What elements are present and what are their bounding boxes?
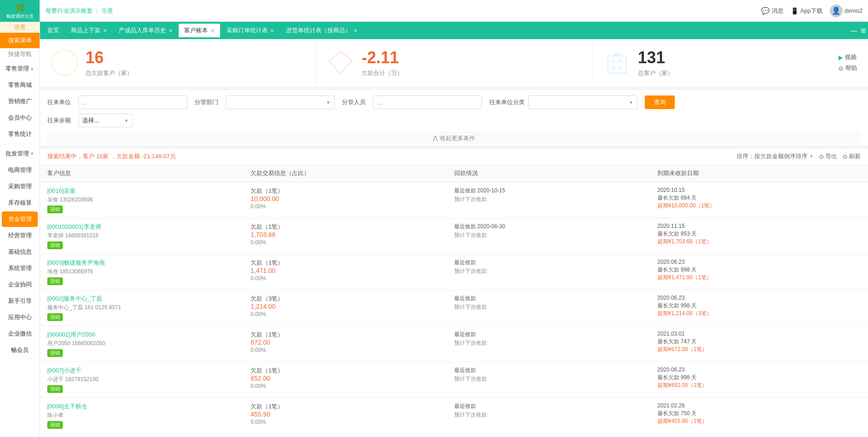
refresh-button[interactable]: ⊙ 刷新 xyxy=(843,152,861,161)
customer-sub-0: 吴俊 13026203696 xyxy=(47,196,251,204)
customer-name-link-2[interactable]: [0003]畅捷服务尹海燕 xyxy=(47,259,251,267)
percent-6: 0.00% xyxy=(251,419,454,425)
sidebar-item-finance[interactable]: 资金管理 xyxy=(2,211,38,227)
sidebar-item-purchase[interactable]: 采购管理 xyxy=(2,179,38,194)
amount-6[interactable]: 455.90 xyxy=(251,411,454,418)
results-bar: 搜索结果中，客户 16家 ，欠款金额 -21,148.07元 排序：按欠款金额倒… xyxy=(40,149,868,165)
tab-production[interactable]: 产成品入库单历史 × xyxy=(113,24,178,37)
next-payment-1: 预计下次收款 xyxy=(454,231,657,239)
sidebar-item-apps[interactable]: 应用中心 xyxy=(2,310,38,325)
help-icon: ⊙ xyxy=(838,65,843,72)
amount-2[interactable]: 1,471.00 xyxy=(251,267,454,274)
building-icon xyxy=(603,49,631,76)
header-recovery: 回款情况 xyxy=(454,169,657,177)
yuan-icon: ¥ xyxy=(51,49,78,76)
recovery-2: 最近收款 预计下次收款 xyxy=(454,259,657,275)
customer-name-link-0[interactable]: [0016]吴俊 xyxy=(47,187,251,195)
last-payment-2: 最近收款 xyxy=(454,259,657,266)
tab-customer[interactable]: 客户账本 × xyxy=(179,24,220,37)
export-button[interactable]: ⊙ 导出 xyxy=(819,152,837,161)
overdue-link-5[interactable]: 超期¥652.00（1笔） xyxy=(657,382,861,389)
sidebar-item-ecommerce[interactable]: 电商管理 xyxy=(2,162,38,178)
sidebar-item-enterprise[interactable]: 企业协同 xyxy=(2,277,38,292)
due-date-val-4: 2021.03.01 xyxy=(657,331,861,337)
sidebar-item-retail-mgmt[interactable]: 零售管理▲ xyxy=(2,61,38,76)
app-logo-text: 🌿 畅捷通好生意 xyxy=(6,3,34,19)
due-date-val-1: 2020.11.15 xyxy=(657,223,861,229)
tab-purchase[interactable]: 采购订单统计表 × xyxy=(221,24,280,37)
sidebar-item-inventory[interactable]: 库存核算 xyxy=(2,195,38,211)
tab-close-stock[interactable]: × xyxy=(354,27,357,34)
stat-card-total-customers: 131 总客户（家） ▶ 视频 ⊙ 帮助 xyxy=(592,39,868,86)
dept-input[interactable]: ▼ xyxy=(226,95,335,109)
unit-category-input[interactable]: ▼ xyxy=(528,95,637,109)
overdue-link-4[interactable]: 超期¥672.00（1笔） xyxy=(657,346,861,353)
balance-select[interactable]: 选择... ▼ xyxy=(78,114,133,127)
tab-close-production[interactable]: × xyxy=(169,27,172,34)
next-payment-6: 预计下次收款 xyxy=(454,411,657,419)
table-container: 客户信息 欠款交易信息（占比） 回款情况 到期未收款日期 [0016]吴俊 吴俊… xyxy=(40,165,868,437)
message-button[interactable]: 💬 消息 xyxy=(761,7,783,15)
search-button[interactable]: 查询 xyxy=(645,95,675,109)
amount-0[interactable]: 10,000.00 xyxy=(251,195,454,202)
from-unit-input[interactable]: ... xyxy=(78,95,187,109)
collapse-filter-button[interactable]: ⋀ 收起更多条件 xyxy=(47,132,861,144)
recovery-3: 最近收款 预计下次收款 xyxy=(454,295,657,311)
tab-home[interactable]: 首页 xyxy=(42,24,65,37)
sidebar-item-retail-stats[interactable]: 零售统计 xyxy=(2,126,38,142)
sort-selector[interactable]: 排序：按欠款金额倒序排序 ▼ xyxy=(737,152,813,161)
recovery-6: 最近收款 预计下次收款 xyxy=(454,402,657,419)
sidebar-item-basic-info[interactable]: 基础信息 xyxy=(2,244,38,260)
table-row: [0001020001]李老师 李老师 18600391516 现销 欠款（1笔… xyxy=(40,218,868,254)
sidebar-item-wechat[interactable]: 企业微信 xyxy=(2,326,38,342)
quick-nav-button[interactable]: 快捷导航 xyxy=(0,48,40,60)
sidebar-item-members[interactable]: 会员中心 xyxy=(2,110,38,126)
debt-info-4: 欠款（1笔） 672.00 0.00% xyxy=(251,331,454,353)
search-menu-button[interactable]: 搜索菜单 xyxy=(0,33,40,48)
help-button[interactable]: ⊙ 帮助 xyxy=(838,64,857,72)
customer-tag-1: 现销 xyxy=(47,241,63,249)
tab-maximize-icon[interactable]: ⊞ xyxy=(861,27,866,34)
overdue-link-3[interactable]: 超期¥1,214.00（3笔） xyxy=(657,310,861,317)
sidebar-item-system[interactable]: 系统管理 xyxy=(2,261,38,276)
tab-close-products[interactable]: × xyxy=(103,27,107,34)
customer-name-link-6[interactable]: [0006]去下粮仓 xyxy=(47,402,251,411)
customer-tag-0: 现销 xyxy=(47,206,63,213)
amount-5[interactable]: 652.00 xyxy=(251,375,454,382)
filter-row-2: 往来余额 选择... ▼ xyxy=(47,114,861,127)
tab-close-customer[interactable]: × xyxy=(211,27,214,34)
overdue-link-0[interactable]: 超期¥10,000.00（1笔） xyxy=(657,202,861,210)
sidebar-item-retail-mall[interactable]: 零售商城 xyxy=(2,77,38,93)
overdue-link-6[interactable]: 超期¥455.90（1笔） xyxy=(657,417,861,425)
amount-1[interactable]: 1,703.68 xyxy=(251,231,454,238)
sidebar-item-guide[interactable]: 新手引导 xyxy=(2,293,38,309)
table-row: [0016]吴俊 吴俊 13026203696 现销 欠款（1笔） 10,000… xyxy=(40,182,868,218)
header-customer: 客户信息 xyxy=(47,169,251,177)
debt-amount-result: -21,148.07元 xyxy=(141,153,176,160)
sidebar-item-operations[interactable]: 经营管理 xyxy=(2,228,38,243)
sidebar-item-batch-mgmt[interactable]: 批发管理▼ xyxy=(2,146,38,161)
due-date-val-6: 2021.02.26 xyxy=(657,402,861,409)
amount-3[interactable]: 1,214.00 xyxy=(251,303,454,310)
app-download-button[interactable]: 📱 App下载 xyxy=(791,7,823,15)
video-button[interactable]: ▶ 视频 xyxy=(838,53,857,61)
debt-count-0: 欠款（1笔） xyxy=(251,187,454,195)
overdue-link-1[interactable]: 超期¥1,703.68（1笔） xyxy=(657,238,861,246)
user-menu[interactable]: 👤 demo2 xyxy=(830,5,863,17)
debt-info-2: 欠款（1笔） 1,471.00 0.00% xyxy=(251,259,454,281)
customer-name-link-3[interactable]: [0002]服务中心_丁磊 xyxy=(47,295,251,303)
customer-name-link-5[interactable]: [0007]小进千 xyxy=(47,367,251,375)
manager-input[interactable]: ... xyxy=(373,95,482,109)
sidebar-item-vip[interactable]: 畅会员 xyxy=(2,342,38,358)
customer-sub-1: 李老师 18600391516 xyxy=(47,232,251,240)
overdue-link-2[interactable]: 超期¥1,471.00（1笔） xyxy=(657,274,861,281)
tab-minimize-icon[interactable]: — xyxy=(851,27,857,34)
tab-stock[interactable]: 进货单统计表（按商品） × xyxy=(281,24,363,37)
amount-4[interactable]: 672.00 xyxy=(251,339,454,346)
customer-name-link-1[interactable]: [0001020001]李老师 xyxy=(47,223,251,231)
customer-name-link-4[interactable]: [000002]用户2050 xyxy=(47,331,251,339)
sidebar-item-marketing[interactable]: 营销推广 xyxy=(2,94,38,109)
tab-products[interactable]: 商品上下架 × xyxy=(65,24,112,37)
tab-close-purchase[interactable]: × xyxy=(271,27,274,34)
demo-link[interactable]: 示意 xyxy=(101,7,113,15)
